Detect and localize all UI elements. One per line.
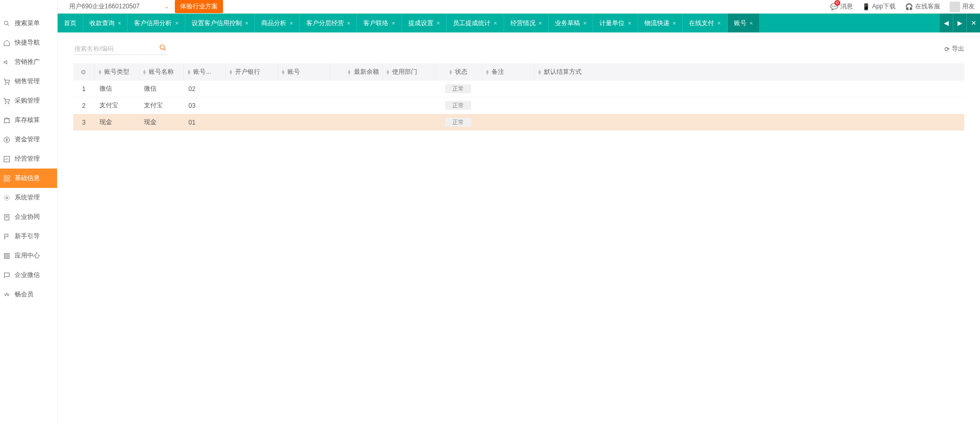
sort-icon[interactable]: ▲▼	[485, 70, 490, 75]
row-index: 3	[73, 114, 94, 131]
tabs-bar: 首页收款查询×客户信用分析×设置客户信用控制×商品分析×客户分层经营×客户联络×…	[0, 14, 980, 32]
tab-4[interactable]: 商品分析×	[255, 14, 299, 32]
close-icon[interactable]: ×	[494, 20, 497, 26]
close-icon[interactable]: ×	[245, 20, 248, 26]
close-icon[interactable]: ×	[437, 20, 440, 26]
user-menu[interactable]: 用友	[950, 2, 975, 12]
column-label: 开户银行	[235, 68, 260, 76]
sort-icon[interactable]: ▲▼	[98, 70, 103, 75]
svg-rect-6	[4, 119, 9, 123]
search-input[interactable]	[73, 43, 168, 55]
tab-9[interactable]: 经营情况×	[504, 14, 549, 32]
tab-label: 业务草稿	[555, 19, 580, 28]
sort-icon[interactable]: ▲▼	[538, 70, 542, 75]
box-icon	[3, 117, 10, 124]
column-header[interactable]: ▲▼开户银行	[225, 63, 277, 81]
cell-name: 微信	[139, 81, 183, 97]
sidebar-item-3[interactable]: 销售管理	[0, 72, 57, 91]
cell-remark	[482, 114, 534, 131]
close-icon[interactable]: ×	[289, 20, 293, 26]
sort-icon[interactable]: ▲▼	[386, 70, 391, 75]
column-header[interactable]: ▲▼备注	[482, 63, 534, 81]
tab-5[interactable]: 客户分层经营×	[300, 14, 357, 32]
sidebar: 搜索菜单快捷导航营销推广销售管理采购管理库存核算资金管理经营管理基础信息系统管理…	[0, 0, 58, 141]
close-icon[interactable]: ×	[175, 20, 178, 26]
sidebar-item-label: 采购管理	[15, 96, 40, 105]
close-icon[interactable]: ×	[717, 20, 720, 26]
tab-3[interactable]: 设置客户信用控制×	[185, 14, 255, 32]
tab-2[interactable]: 客户信用分析×	[128, 14, 185, 32]
column-header[interactable]: ▲▼账号	[277, 63, 330, 81]
close-icon[interactable]: ×	[347, 20, 350, 26]
tab-close-all[interactable]: ✕	[966, 14, 980, 32]
column-header[interactable]: ▲▼使用部门	[382, 63, 435, 81]
close-icon[interactable]: ×	[628, 20, 631, 26]
tab-7[interactable]: 提成设置×	[402, 14, 447, 32]
column-gear[interactable]: ⚙	[73, 63, 94, 81]
sidebar-item-0[interactable]: 搜索菜单	[0, 14, 57, 33]
sort-icon[interactable]: ▲▼	[229, 70, 233, 75]
close-icon[interactable]: ×	[118, 20, 121, 26]
close-icon[interactable]: ×	[750, 20, 753, 26]
svg-point-4	[5, 103, 6, 104]
sidebar-item-5[interactable]: 库存核算	[0, 110, 57, 130]
cell-status: 正常	[435, 97, 482, 114]
column-header[interactable]: ▲▼账号类型	[94, 63, 139, 81]
tab-label: 客户信用分析	[134, 19, 172, 28]
search-box	[73, 43, 168, 55]
table-row[interactable]: 3现金现金01正常	[73, 114, 964, 131]
tab-scroll-left[interactable]: ◀	[939, 14, 953, 32]
sidebar-item-1[interactable]: 快捷导航	[0, 33, 57, 52]
tab-controls: ◀ ▶ ✕	[939, 14, 980, 32]
table-row[interactable]: 1微信微信02正常	[73, 81, 964, 97]
column-header[interactable]: ▲▼状态	[435, 63, 482, 81]
cell-balance	[330, 81, 382, 97]
message-link[interactable]: 💬 0 消息	[830, 2, 853, 11]
company-name: 用户690企业1660120507	[69, 2, 159, 11]
column-header[interactable]: ▲▼最新余额	[330, 63, 382, 81]
column-header[interactable]: ▲▼账号名称	[139, 63, 183, 81]
sidebar-item-6[interactable]: 资金管理	[0, 130, 57, 141]
cell-balance	[330, 114, 382, 131]
column-header[interactable]: ▲▼默认结算方式	[534, 63, 964, 81]
headset-icon: 🎧	[905, 3, 913, 10]
close-icon[interactable]: ×	[673, 20, 676, 26]
experience-button[interactable]: 体验行业方案	[175, 0, 223, 13]
export-button[interactable]: ⟳ 导出	[944, 44, 964, 53]
tab-label: 员工提成统计	[453, 19, 491, 28]
sort-icon[interactable]: ▲▼	[142, 70, 147, 75]
column-label: 状态	[455, 68, 467, 76]
tab-13[interactable]: 在线支付×	[683, 14, 727, 32]
company-selector[interactable]: 用户690企业1660120507 ⌄	[69, 2, 169, 11]
column-label: 账号	[287, 68, 300, 76]
sidebar-item-label: 销售管理	[15, 77, 40, 86]
tab-12[interactable]: 物流快递×	[638, 14, 683, 32]
search-icon[interactable]	[159, 44, 166, 53]
sidebar-item-4[interactable]: 采购管理	[0, 91, 57, 110]
search-icon	[3, 20, 10, 27]
sidebar-item-2[interactable]: 营销推广	[0, 52, 57, 72]
tab-6[interactable]: 客户联络×	[357, 14, 402, 32]
sort-icon[interactable]: ▲▼	[187, 70, 192, 75]
tab-11[interactable]: 计量单位×	[593, 14, 638, 32]
gear-icon[interactable]: ⚙	[81, 69, 86, 76]
column-header[interactable]: ▲▼账号...	[183, 63, 225, 81]
sort-icon[interactable]: ▲▼	[347, 70, 352, 75]
app-download-link[interactable]: 📱 App下载	[862, 2, 896, 11]
tab-10[interactable]: 业务草稿×	[549, 14, 593, 32]
tab-8[interactable]: 员工提成统计×	[447, 14, 504, 32]
service-link[interactable]: 🎧 在线客服	[905, 2, 940, 11]
cell-settle	[534, 114, 964, 131]
tab-0[interactable]: 首页	[58, 14, 83, 32]
sort-icon[interactable]: ▲▼	[281, 70, 286, 75]
close-icon[interactable]: ×	[583, 20, 586, 26]
tab-label: 在线支付	[689, 19, 714, 28]
tab-14[interactable]: 账号×	[728, 14, 760, 32]
cell-dept	[382, 114, 435, 131]
close-icon[interactable]: ×	[392, 20, 395, 26]
tab-scroll-right[interactable]: ▶	[953, 14, 966, 32]
sort-icon[interactable]: ▲▼	[449, 70, 453, 75]
tab-1[interactable]: 收款查询×	[83, 14, 128, 32]
table-row[interactable]: 2支付宝支付宝03正常	[73, 97, 964, 114]
close-icon[interactable]: ×	[539, 20, 542, 26]
